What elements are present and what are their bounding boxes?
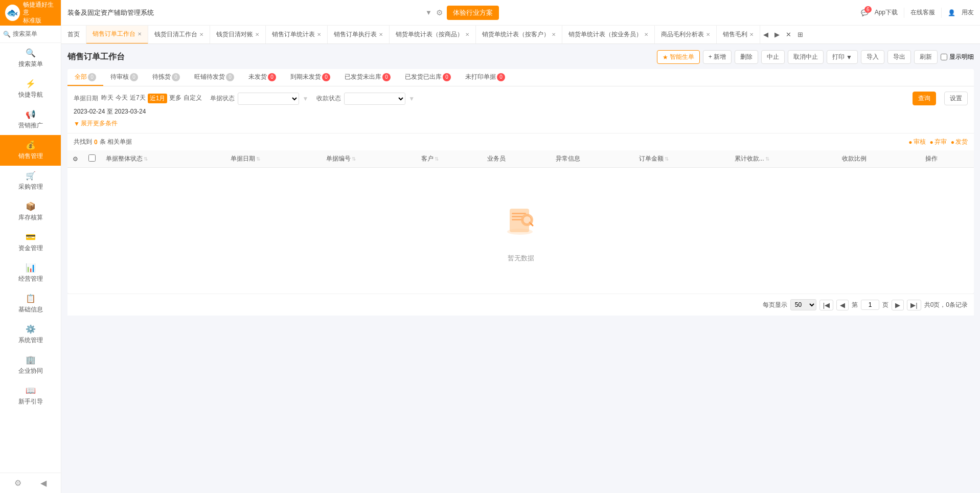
tab-profit-analysis[interactable]: 商品毛利分析表✕ <box>655 26 717 44</box>
unaudit-button[interactable]: ● 弃审 <box>930 138 947 146</box>
sidebar-item-system[interactable]: ⚙️系统管理 <box>0 319 61 350</box>
tab-close-sales-summary-product[interactable]: ✕ <box>465 32 469 37</box>
tab-cash-daily[interactable]: 钱货日清工作台✕ <box>148 26 210 44</box>
col-customer: 客户 ⇅ <box>416 150 482 168</box>
subtab-shipped-not-out[interactable]: 已发货未出库0 <box>337 69 398 86</box>
smart-order-button[interactable]: ★ 智能生单 <box>657 50 700 64</box>
per-page-select[interactable]: 50 100 <box>790 299 816 310</box>
page-input[interactable] <box>861 300 879 310</box>
sidebar-item-guide[interactable]: 📖新手引导 <box>0 380 61 411</box>
subtab-shipped-out[interactable]: 已发货已出库0 <box>398 69 458 86</box>
refresh-button[interactable]: 刷新 <box>914 50 938 64</box>
sidebar-item-search[interactable]: 🔍搜索菜单 <box>0 43 61 74</box>
show-detail-checkbox[interactable] <box>941 54 947 60</box>
collapse-icon[interactable]: ◀ <box>40 478 47 488</box>
tab-close-profit-analysis[interactable]: ✕ <box>706 32 710 37</box>
subtab-expired-not-shipped[interactable]: 到期未发货0 <box>283 69 337 86</box>
subtab-pending-inspect[interactable]: 待拣货0 <box>145 69 187 86</box>
tab-sales-stats[interactable]: 销售订单统计表✕ <box>266 26 328 44</box>
select-all-checkbox[interactable] <box>88 154 96 162</box>
sidebar-item-marketing[interactable]: 📢营销推广 <box>0 104 61 135</box>
tab-prev-button[interactable]: ◀ <box>760 26 771 44</box>
page-next-button[interactable]: ▶ <box>892 300 904 310</box>
content-wrapper: 全部0待审核0待拣货0旺铺待发货0未发货0到期未发货0已发货未出库0已发货已出库… <box>67 69 974 294</box>
tab-home[interactable]: 首页 <box>61 26 86 44</box>
tab-sales-summary-product[interactable]: 销货单统计表（按商品）✕ <box>390 26 476 44</box>
pagination: 每页显示 50 100 |◀ ◀ 第 页 ▶ ▶| 共0页，0条记录 <box>67 294 974 316</box>
settings-icon[interactable]: ⚙ <box>14 478 21 488</box>
subtab-pending-review[interactable]: 待审核0 <box>103 69 145 86</box>
online-service-link[interactable]: 在线客服 <box>910 8 935 17</box>
tab-sales-summary-staff[interactable]: 销货单统计表（按业务员）✕ <box>562 26 655 44</box>
date-link-近7天[interactable]: 近7天 <box>130 94 146 103</box>
tab-close-sales-profit[interactable]: ✕ <box>749 32 754 37</box>
ship-button[interactable]: ● 发货 <box>951 138 968 146</box>
tab-close-sales-workbench[interactable]: ✕ <box>138 31 142 37</box>
collection-select[interactable] <box>344 93 405 105</box>
column-settings-icon[interactable]: ⚙ <box>73 155 78 163</box>
sort-amount[interactable]: 订单金额 ⇅ <box>639 154 724 163</box>
sort-status[interactable]: 单据整体状态 ⇅ <box>106 154 220 163</box>
add-button[interactable]: + 新增 <box>703 50 732 64</box>
sort-date[interactable]: 单据日期 ⇅ <box>231 154 316 163</box>
sort-collected[interactable]: 累计收款... ⇅ <box>735 154 832 163</box>
show-detail-checkbox-label[interactable]: 显示明细 <box>941 53 974 61</box>
page-last-button[interactable]: ▶| <box>907 300 921 310</box>
query-button[interactable]: 查询 <box>913 92 936 105</box>
industry-solution-button[interactable]: 体验行业方案 <box>447 6 499 20</box>
sidebar-item-inventory[interactable]: 📦库存核算 <box>0 196 61 227</box>
review-button[interactable]: ● 审核 <box>908 138 925 146</box>
tab-close-cash-daily[interactable]: ✕ <box>199 32 203 37</box>
sort-number[interactable]: 单据编号 ⇅ <box>326 154 412 163</box>
expand-more-button[interactable]: ▼ 展开更多条件 <box>74 119 968 128</box>
tab-sales-exec[interactable]: 销售订单执行表✕ <box>328 26 390 44</box>
date-link-近1月[interactable]: 近1月 <box>148 94 168 103</box>
tab-sales-profit[interactable]: 销售毛利✕ <box>717 26 760 44</box>
sidebar-item-quick[interactable]: ⚡快捷导航 <box>0 74 61 104</box>
tab-cash-reconcile[interactable]: 钱货日清对账✕ <box>210 26 266 44</box>
settings-filter-button[interactable]: 设置 <box>944 92 968 105</box>
page-first-button[interactable]: |◀ <box>819 300 833 310</box>
dropdown-icon[interactable]: ▼ <box>425 9 432 16</box>
username[interactable]: 用友 <box>962 8 974 17</box>
print-button[interactable]: 打印 ▼ <box>827 50 858 64</box>
subtab-not-shipped[interactable]: 未发货0 <box>241 69 283 86</box>
export-button[interactable]: 导出 <box>887 50 911 64</box>
tab-sales-workbench[interactable]: 销售订单工作台✕ <box>86 26 148 44</box>
cancel-stop-button[interactable]: 取消中止 <box>788 50 824 64</box>
settings-topbar-icon[interactable]: ⚙ <box>436 8 443 17</box>
sort-customer[interactable]: 客户 ⇅ <box>421 154 477 163</box>
tab-next-button[interactable]: ▶ <box>771 26 783 44</box>
search-menu[interactable]: 🔍 搜索菜单 <box>0 26 61 43</box>
date-link-昨天[interactable]: 昨天 <box>101 94 113 103</box>
tab-sales-summary-customer[interactable]: 销货单统计表（按客户）✕ <box>476 26 562 44</box>
tab-maximize-button[interactable]: ⊞ <box>794 26 806 44</box>
sidebar-item-operation[interactable]: 📊经营管理 <box>0 258 61 288</box>
page-prev-button[interactable]: ◀ <box>836 300 849 310</box>
sidebar-item-label-purchase: 采购管理 <box>18 183 43 191</box>
sidebar-item-basic[interactable]: 📋基础信息 <box>0 288 61 319</box>
tab-close-sales-summary-staff[interactable]: ✕ <box>644 32 648 37</box>
app-download-link[interactable]: App下载 <box>875 8 898 17</box>
col-setting[interactable]: ⚙ <box>67 150 83 168</box>
stop-button[interactable]: 中止 <box>761 50 785 64</box>
subtab-not-printed[interactable]: 未打印单据0 <box>458 69 512 86</box>
message-badge-container[interactable]: 💬 6 <box>861 9 869 16</box>
subtab-all[interactable]: 全部0 <box>67 69 103 86</box>
import-button[interactable]: 导入 <box>861 50 884 64</box>
delete-button[interactable]: 删除 <box>735 50 758 64</box>
date-link-更多[interactable]: 更多 <box>169 94 181 103</box>
subtab-wangpu-ship[interactable]: 旺铺待发货0 <box>187 69 241 86</box>
status-select[interactable] <box>238 93 299 105</box>
sidebar-item-enterprise[interactable]: 🏢企业协同 <box>0 350 61 380</box>
tab-close-sales-stats[interactable]: ✕ <box>317 32 321 37</box>
tab-close-sales-exec[interactable]: ✕ <box>379 32 383 37</box>
sidebar-item-purchase[interactable]: 🛒采购管理 <box>0 166 61 196</box>
date-link-自定义[interactable]: 自定义 <box>184 94 202 103</box>
sidebar-item-finance[interactable]: 💳资金管理 <box>0 227 61 258</box>
tab-close-all-button[interactable]: ✕ <box>783 26 794 44</box>
date-link-今天[interactable]: 今天 <box>116 94 128 103</box>
sidebar-item-sales[interactable]: 💰销售管理 <box>0 135 61 166</box>
tab-close-cash-reconcile[interactable]: ✕ <box>255 32 259 37</box>
tab-close-sales-summary-customer[interactable]: ✕ <box>552 32 556 37</box>
